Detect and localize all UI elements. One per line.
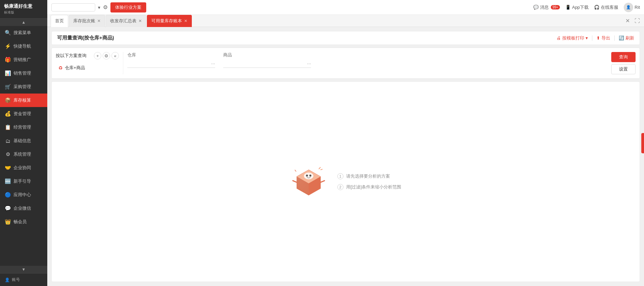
right-scroll-handle[interactable] (641, 133, 644, 153)
filter-product-label: 商品 (223, 52, 311, 58)
app-download-button[interactable]: 📱 App下载 (565, 4, 589, 10)
add-scheme-button[interactable]: + (94, 52, 101, 59)
sidebar-item-label-search: 搜索菜单 (14, 30, 31, 36)
tab-available[interactable]: 可用量库存账本✕ (147, 15, 192, 27)
sidebar-item-icon-shortcut: ⚡ (5, 43, 11, 49)
sidebar-item-wechat[interactable]: 💬企业微信 (0, 202, 47, 215)
svg-line-10 (293, 181, 297, 182)
tab-close-all-button[interactable]: ✕ (624, 16, 631, 25)
tab-close-receipts[interactable]: ✕ (138, 19, 142, 23)
sidebar-item-apps[interactable]: 🔵应用中心 (0, 188, 47, 202)
sidebar-item-system[interactable]: ⚙系统管理 (0, 148, 47, 161)
sidebar-item-icon-finance: 💰 (5, 111, 11, 117)
topbar-search-input[interactable] (51, 3, 95, 11)
scheme-header-title: 按以下方案查询 (56, 53, 86, 59)
svg-line-9 (295, 170, 296, 172)
print-label: 按模板打印 (562, 35, 584, 41)
filter-warehouse-input[interactable] (127, 61, 210, 66)
sidebar-item-label-member: 畅会员 (14, 219, 27, 225)
print-dropdown-icon[interactable]: ▾ (586, 35, 588, 41)
filter-warehouse-more-icon[interactable]: ··· (211, 61, 215, 66)
sidebar-item-marketing[interactable]: 🎁营销推广 (0, 53, 47, 67)
tab-close-batch[interactable]: ✕ (97, 19, 101, 23)
sidebar-item-shortcut[interactable]: ⚡快捷导航 (0, 40, 47, 53)
tab-close-available[interactable]: ✕ (184, 19, 187, 23)
topbar-dropdown-button[interactable]: ▾ (98, 5, 100, 10)
sidebar: 畅康通好生意 标准版 ▲ 🔍搜索菜单⚡快捷导航🎁营销推广📊销售管理🛒采购管理📦库… (0, 0, 47, 286)
tab-batch[interactable]: 库存批次账✕ (69, 15, 105, 27)
svg-line-7 (319, 167, 320, 169)
filter-warehouse-input-wrapper: ··· (127, 59, 215, 68)
sidebar-item-label-corp: 企业协同 (14, 165, 31, 171)
sidebar-scroll-down[interactable]: ▼ (0, 266, 47, 273)
avatar-icon: 👤 (626, 5, 631, 9)
demo-button[interactable]: 体验行业方案 (110, 2, 146, 12)
sidebar-item-inventory[interactable]: 📦库存核算 (0, 94, 47, 107)
collapse-scheme-button[interactable]: « (111, 52, 119, 59)
tab-label-receipts: 收发存汇总表 (110, 18, 136, 24)
sidebar-item-member[interactable]: 👑畅会员 (0, 215, 47, 229)
sidebar-item-icon-basic: 🗂 (5, 138, 11, 144)
refresh-button[interactable]: 🔄 刷新 (619, 35, 634, 41)
sidebar-item-purchase[interactable]: 🛒采购管理 (0, 80, 47, 94)
topbar-gear-icon[interactable]: ⚙ (103, 4, 108, 10)
query-scheme-panel: 按以下方案查询 + ⚙ « ♻ 仓库+商品 (56, 52, 123, 74)
query-filters: 仓库 ··· 商品 ··· 查询 设置 (127, 52, 636, 74)
filter-product-more-icon[interactable]: ··· (307, 61, 311, 66)
sidebar-item-label-finance: 资金管理 (14, 111, 31, 117)
scheme-item-warehouse-product[interactable]: ♻ 仓库+商品 (56, 63, 119, 73)
query-settings-button[interactable]: 设置 (611, 64, 636, 74)
user-avatar-area[interactable]: 👤 Rit (624, 3, 640, 12)
tip-number: 1 (337, 173, 343, 179)
sidebar-item-icon-sales: 📊 (5, 70, 11, 76)
sidebar-item-corp[interactable]: 🤝企业协同 (0, 161, 47, 175)
username-label: Rit (635, 5, 640, 10)
query-button[interactable]: 查询 (611, 52, 636, 62)
app-download-label: App下载 (572, 4, 589, 10)
sidebar-item-label-operation: 经营管理 (14, 124, 31, 130)
print-button[interactable]: 🖨 按模板打印 ▾ (557, 35, 588, 41)
headset-icon: 🎧 (594, 5, 599, 10)
settings-scheme-button[interactable]: ⚙ (103, 52, 110, 59)
tab-label-home: 首页 (55, 18, 64, 24)
sidebar-item-icon-marketing: 🎁 (5, 57, 11, 63)
filter-product: 商品 ··· (223, 52, 311, 68)
sidebar-scroll-up[interactable]: ▲ (0, 19, 47, 26)
sidebar-item-label-shortcut: 快捷导航 (14, 43, 31, 49)
sidebar-item-finance[interactable]: 💰资金管理 (0, 107, 47, 121)
tab-fullscreen-button[interactable]: ⛶ (633, 17, 641, 25)
content-area: 可用量查询(按仓库+商品) 🖨 按模板打印 ▾ ⬆ 导出 🔄 刷新 (47, 27, 644, 286)
filter-product-input-wrapper: ··· (223, 59, 311, 68)
sidebar-item-icon-newbie: 🆕 (5, 178, 11, 184)
sidebar-item-label-apps: 应用中心 (14, 192, 31, 198)
sidebar-item-operation[interactable]: 📋经营管理 (0, 121, 47, 134)
sidebar-item-sales[interactable]: 📊销售管理 (0, 67, 47, 80)
messages-button[interactable]: 💬 消息 99+ (533, 4, 560, 10)
sidebar-item-label-inventory: 库存核算 (14, 97, 31, 103)
message-icon: 💬 (533, 5, 539, 10)
customer-service-button[interactable]: 🎧 在线客服 (594, 4, 618, 10)
sidebar-item-icon-operation: 📋 (5, 124, 11, 130)
tab-home[interactable]: 首页 (51, 15, 68, 27)
app-title: 畅康通好生意 (4, 3, 43, 9)
sidebar-item-basic[interactable]: 🗂基础信息 (0, 134, 47, 148)
phone-icon: 📱 (565, 5, 571, 10)
sidebar-item-newbie[interactable]: 🆕新手引导 (0, 175, 47, 188)
export-button[interactable]: ⬆ 导出 (596, 35, 610, 41)
tab-receipts[interactable]: 收发存汇总表✕ (106, 15, 146, 27)
tip-text: 请先选择要分析的方案 (346, 173, 390, 179)
page-header-actions: 🖨 按模板打印 ▾ ⬆ 导出 🔄 刷新 (557, 35, 634, 41)
sidebar-bottom: 👤 账号 (0, 273, 47, 286)
query-action-column: 查询 设置 (611, 52, 636, 74)
message-label: 消息 (540, 4, 549, 10)
sidebar-item-search[interactable]: 🔍搜索菜单 (0, 26, 47, 40)
filter-product-input[interactable] (223, 61, 306, 66)
refresh-label: 刷新 (625, 35, 634, 41)
svg-point-4 (304, 173, 313, 179)
sidebar-item-icon-system: ⚙ (5, 151, 11, 157)
empty-illustration (290, 163, 327, 200)
sidebar-nav: 🔍搜索菜单⚡快捷导航🎁营销推广📊销售管理🛒采购管理📦库存核算💰资金管理📋经营管理… (0, 26, 47, 266)
sidebar-item-icon-search: 🔍 (5, 30, 11, 36)
filter-warehouse: 仓库 ··· (127, 52, 215, 68)
scheme-item-label: 仓库+商品 (65, 65, 85, 71)
